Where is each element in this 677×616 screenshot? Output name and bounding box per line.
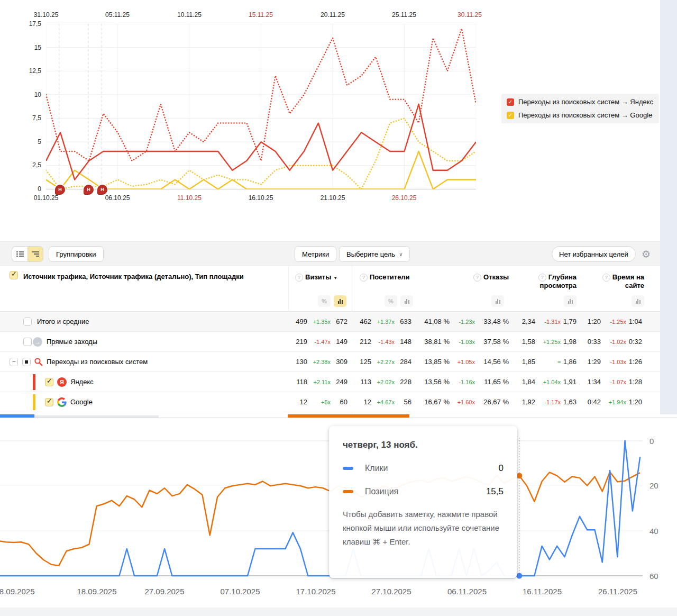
search-icon: [34, 357, 43, 367]
table-row-google[interactable]: Google 12+5x60 12+4.67x56 16,67 %+1.60x2…: [0, 392, 660, 412]
table-header: Источник трафика, Источник трафика (дета…: [0, 266, 660, 312]
metric-value: 1,84: [514, 378, 535, 386]
metric-change: -1.23x: [450, 319, 475, 325]
axis-date: 16.10.25: [249, 194, 273, 202]
favorite-goals-button[interactable]: Нет избранных целей: [552, 246, 636, 262]
row-label: Переходы из поисковых систем: [47, 358, 148, 366]
goal-select-dropdown[interactable]: Выберите цель∨: [339, 246, 410, 262]
metric-value: 11,65 %: [475, 378, 509, 386]
metric-value: 37,58 %: [475, 338, 509, 346]
row-checkbox[interactable]: [23, 338, 32, 346]
axis-date-holiday: 26.10.25: [392, 194, 417, 202]
metric-value: 672: [331, 318, 347, 325]
column-header-bounces[interactable]: ?Отказы: [435, 273, 509, 282]
bounces-display-toggles: [491, 295, 504, 307]
row-checkbox[interactable]: [45, 398, 53, 406]
column-header-depth[interactable]: ?Глубина просмотра: [526, 273, 577, 289]
dimension-header[interactable]: Источник трафика, Источник трафика (дета…: [23, 273, 277, 280]
column-header-visitors[interactable]: ?Посетители: [360, 273, 410, 282]
help-icon[interactable]: ?: [538, 274, 546, 282]
row-checkbox[interactable]: [23, 318, 32, 326]
x-axis-date: 18.09.2025: [77, 587, 116, 596]
checked-checkbox-icon[interactable]: ✓: [507, 112, 514, 119]
checked-checkbox-icon[interactable]: ✓: [507, 98, 514, 106]
note-pin[interactable]: Н: [55, 185, 65, 195]
chart-toggle-icon[interactable]: [400, 295, 413, 307]
help-icon[interactable]: ?: [360, 274, 368, 282]
chart-toggle-icon[interactable]: [491, 295, 504, 307]
metrica-comparison-chart: 31.10.25 05.11.25 10.11.25 15.11.25 20.1…: [0, 0, 677, 241]
metric-value: 38,81 %: [417, 338, 450, 346]
row-checkbox[interactable]: [45, 378, 53, 386]
right-axis-tick: 20: [649, 481, 658, 490]
percent-toggle-icon[interactable]: %: [385, 295, 397, 307]
metric-change: -1.43x: [371, 339, 395, 345]
chart-legend: ✓ Переходы из поисковых систем → Яндекс …: [501, 94, 659, 123]
row-label: Яндекс: [70, 378, 94, 386]
collapse-icon[interactable]: −: [10, 358, 18, 366]
view-mode-switch[interactable]: [12, 246, 43, 262]
x-axis-date: 06.11.2025: [447, 587, 487, 596]
y-tick: 7,5: [13, 114, 41, 122]
y-tick: 10: [13, 91, 41, 98]
list-view-icon[interactable]: [12, 246, 28, 262]
tooltip-note: Чтобы добавить заметку, нажмите правой к…: [343, 508, 504, 549]
percent-toggle-icon[interactable]: %: [318, 295, 331, 307]
chart-toggle-icon[interactable]: [334, 295, 346, 307]
right-axis-tick: 60: [649, 572, 658, 581]
top-chart-plot[interactable]: [46, 24, 476, 189]
column-header-time[interactable]: ?Время на сайте: [597, 273, 644, 289]
metric-value: 284: [395, 358, 411, 366]
metric-value: 1:28: [626, 378, 642, 386]
table-row-yandex[interactable]: Я Яндекс 118+2.11x249 113+2.02x228 13,56…: [0, 372, 660, 392]
legend-label: Переходы из поисковых систем → Яндекс: [518, 98, 653, 106]
metric-value: 1:20: [626, 398, 642, 406]
metric-value: 212: [352, 338, 371, 346]
legend-item-google[interactable]: ✓ Переходы из поисковых систем → Google: [507, 111, 654, 119]
groupings-button[interactable]: Группировки: [49, 246, 104, 262]
table-row-direct[interactable]: → Прямые заходы 219-1.47x149 212-1.43x14…: [0, 332, 660, 352]
gear-icon[interactable]: ⚙: [642, 248, 651, 260]
metric-value: 1:26: [626, 358, 642, 366]
right-axis-tick: 40: [649, 527, 658, 536]
metric-change: +4.67x: [371, 399, 395, 405]
help-icon[interactable]: ?: [295, 274, 303, 282]
axis-date: 06.10.25: [105, 194, 130, 202]
page-edge-panel: [660, 0, 677, 414]
metric-value: 12: [288, 398, 307, 406]
chart-toggle-icon[interactable]: [632, 295, 644, 307]
metric-change: -1.03x: [601, 359, 626, 365]
note-pin[interactable]: Н: [84, 185, 94, 195]
column-header-visits[interactable]: ?Визиты▼: [295, 273, 337, 282]
select-all-checkbox[interactable]: [10, 271, 18, 279]
metric-change: +2.11x: [307, 379, 331, 385]
metrics-button[interactable]: Метрики: [295, 246, 336, 262]
x-axis-date: 08.09.2025: [0, 587, 35, 596]
table-row-totals[interactable]: Итого и средние 499+1.35x672 462+1.37x63…: [0, 312, 660, 332]
metric-value: 41,08 %: [417, 318, 450, 325]
tree-view-icon[interactable]: [28, 246, 43, 262]
chart-toggle-icon[interactable]: [564, 295, 577, 307]
help-icon[interactable]: ?: [602, 274, 610, 282]
x-axis-date: 27.10.2025: [371, 587, 411, 596]
x-axis-date: 07.10.2025: [220, 587, 260, 596]
legend-item-yandex[interactable]: ✓ Переходы из поисковых систем → Яндекс: [507, 98, 654, 106]
series-color-bar: [33, 374, 35, 390]
row-checkbox-indeterminate[interactable]: [22, 358, 31, 366]
metric-value: 130: [288, 358, 307, 366]
table-row-search-engines[interactable]: − Переходы из поисковых систем 130+2.38x…: [0, 352, 660, 372]
metric-value: 0:42: [582, 398, 601, 406]
axis-date-holiday: 15.11.25: [249, 11, 273, 19]
metric-change: +1.04x: [535, 379, 561, 385]
note-pin[interactable]: Н: [97, 185, 107, 195]
help-icon[interactable]: ?: [473, 274, 481, 282]
direct-visits-icon: →: [33, 337, 42, 347]
metric-value: 12: [352, 398, 371, 406]
row-label: Google: [70, 398, 93, 406]
metric-value: 633: [395, 318, 411, 325]
metric-change: +2.38x: [307, 359, 331, 365]
metric-value: 13,85 %: [417, 358, 450, 366]
metric-value: 13,56 %: [417, 378, 450, 386]
google-icon: [57, 397, 67, 407]
metric-value: 125: [352, 358, 371, 366]
